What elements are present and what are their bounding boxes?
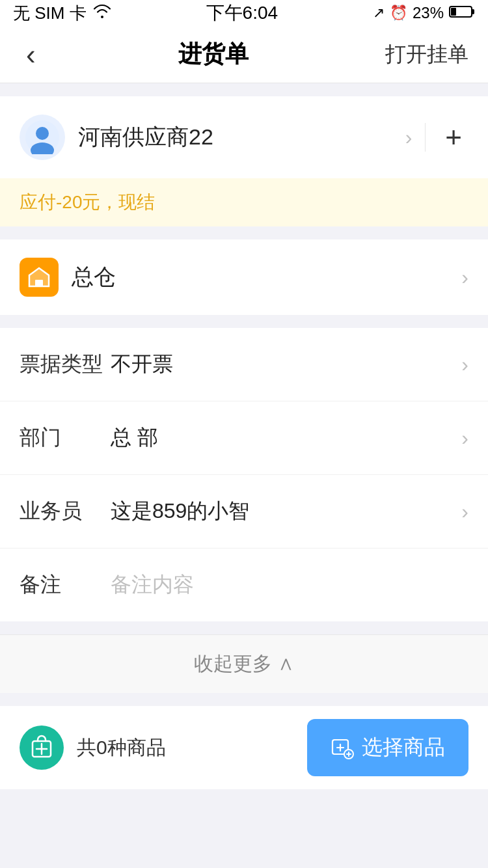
empty-fill: [0, 789, 488, 868]
remark-label: 备注: [20, 571, 111, 599]
notice-bar: 应付-20元，现结: [0, 178, 488, 226]
supplier-row[interactable]: 河南供应商22 › +: [0, 96, 488, 178]
dept-chevron-icon: ›: [461, 426, 468, 450]
supplier-avatar: [20, 115, 65, 160]
battery-label: 23%: [413, 4, 444, 22]
location-icon: ↗: [373, 5, 385, 21]
alarm-icon: ⏰: [390, 5, 407, 21]
battery-icon: [449, 3, 475, 23]
sales-row[interactable]: 业务员 这是859的小智 ›: [0, 475, 488, 549]
bottom-bar: 共0种商品 选择商品: [0, 706, 488, 789]
dept-row[interactable]: 部门 总 部 ›: [0, 401, 488, 475]
dept-value: 总 部: [111, 424, 461, 452]
carrier-label: 无 SIM 卡: [13, 2, 87, 25]
invoice-row[interactable]: 票据类型 不开票 ›: [0, 328, 488, 401]
select-product-label: 选择商品: [362, 733, 445, 762]
add-supplier-button[interactable]: +: [425, 123, 468, 152]
svg-rect-1: [451, 8, 456, 16]
wifi-icon: [93, 4, 111, 22]
product-icon: [20, 726, 64, 770]
supplier-chevron-icon: ›: [405, 126, 413, 150]
sales-chevron-icon: ›: [461, 500, 468, 524]
invoice-value: 不开票: [111, 350, 461, 379]
invoice-chevron-icon: ›: [461, 353, 468, 377]
section-divider-1: [0, 83, 488, 96]
invoice-label: 票据类型: [20, 350, 111, 379]
svg-rect-6: [35, 280, 43, 286]
select-product-button[interactable]: 选择商品: [307, 719, 468, 776]
open-pending-button[interactable]: 打开挂单: [385, 40, 468, 69]
warehouse-row[interactable]: 总仓 ›: [0, 239, 488, 315]
remark-input[interactable]: 备注内容: [111, 571, 468, 599]
status-left: 无 SIM 卡: [13, 2, 111, 25]
remark-row[interactable]: 备注 备注内容: [0, 549, 488, 621]
nav-bar: ‹ 进货单 打开挂单: [0, 26, 488, 83]
product-count: 共0种商品: [77, 735, 294, 761]
svg-rect-2: [472, 9, 474, 14]
collapse-button[interactable]: 收起更多 ∧: [0, 634, 488, 693]
dept-label: 部门: [20, 424, 111, 452]
warehouse-name: 总仓: [72, 262, 461, 292]
status-right: ↗ ⏰ 23%: [373, 3, 475, 23]
supplier-section: 河南供应商22 › + 应付-20元，现结: [0, 96, 488, 226]
sales-label: 业务员: [20, 497, 111, 526]
page-title: 进货单: [178, 38, 249, 70]
back-button[interactable]: ‹: [20, 34, 42, 75]
warehouse-chevron-icon: ›: [461, 265, 468, 290]
supplier-name: 河南供应商22: [78, 122, 405, 152]
notice-text: 应付-20元，现结: [20, 192, 155, 212]
form-section: 票据类型 不开票 › 部门 总 部 › 业务员 这是859的小智 › 备注 备注…: [0, 328, 488, 621]
warehouse-icon: [20, 258, 59, 297]
sales-value: 这是859的小智: [111, 497, 461, 526]
time-label: 下午6:04: [206, 1, 278, 25]
status-bar: 无 SIM 卡 下午6:04 ↗ ⏰ 23%: [0, 0, 488, 26]
svg-point-4: [36, 127, 49, 140]
